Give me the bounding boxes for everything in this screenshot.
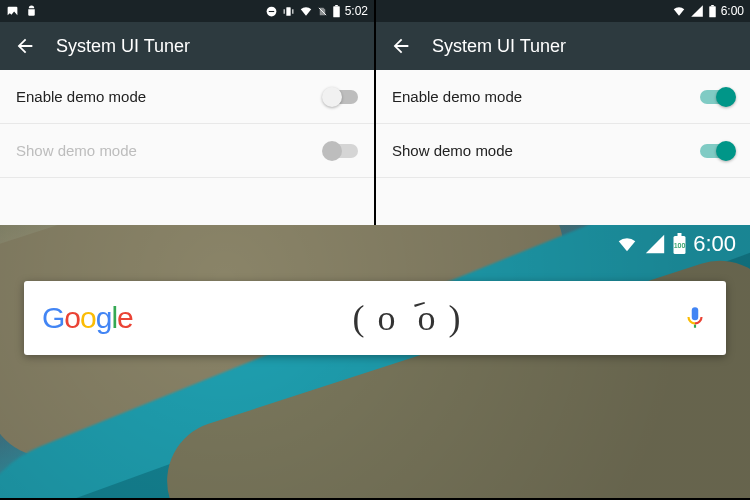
svg-rect-3 (333, 6, 340, 17)
toggle-switch (324, 144, 358, 158)
svg-rect-6 (711, 5, 714, 6)
row-label: Enable demo mode (16, 88, 146, 105)
vibrate-icon (282, 5, 295, 18)
right-settings-panel: 6:00 System UI Tuner Enable demo mode Sh… (376, 0, 750, 225)
svg-text:100: 100 (674, 242, 686, 249)
left-settings-panel: 5:02 System UI Tuner Enable demo mode Sh… (0, 0, 376, 225)
toggle-switch[interactable] (700, 144, 734, 158)
signal-icon (644, 233, 666, 255)
battery-icon (332, 5, 341, 18)
status-bar: 6:00 (376, 0, 750, 22)
settings-list: Enable demo mode Show demo mode (376, 70, 750, 225)
clock: 6:00 (693, 231, 736, 257)
status-bar: 5:02 (0, 0, 374, 22)
wallpaper (0, 225, 750, 498)
app-title: System UI Tuner (56, 36, 190, 57)
clock: 5:02 (345, 4, 368, 18)
dnd-icon (265, 5, 278, 18)
toggle-switch[interactable] (700, 90, 734, 104)
row-label: Show demo mode (392, 142, 513, 159)
image-icon (6, 5, 19, 18)
wifi-icon (672, 4, 686, 18)
search-bar[interactable]: Google ( o ݇ o ) (24, 281, 726, 355)
show-demo-mode-row: Show demo mode (0, 124, 374, 178)
clock: 6:00 (721, 4, 744, 18)
mic-icon[interactable] (682, 301, 708, 335)
row-label: Enable demo mode (392, 88, 522, 105)
wifi-icon (299, 4, 313, 18)
row-label: Show demo mode (16, 142, 137, 159)
svg-rect-2 (286, 7, 290, 16)
battery-icon: 100 (672, 233, 687, 255)
svg-rect-5 (709, 6, 716, 17)
app-bar: System UI Tuner (376, 22, 750, 70)
android-icon (25, 5, 38, 18)
app-title: System UI Tuner (432, 36, 566, 57)
app-bar: System UI Tuner (0, 22, 374, 70)
show-demo-mode-row[interactable]: Show demo mode (376, 124, 750, 178)
search-content: ( o ݇ o ) (133, 297, 682, 339)
enable-demo-mode-row[interactable]: Enable demo mode (0, 70, 374, 124)
home-status-bar: 100 6:00 (616, 231, 736, 257)
google-logo: Google (42, 301, 133, 335)
settings-list: Enable demo mode Show demo mode (0, 70, 374, 225)
svg-rect-1 (268, 10, 273, 11)
no-sim-icon (317, 5, 328, 18)
signal-icon (690, 4, 704, 18)
svg-rect-8 (678, 233, 682, 236)
battery-icon (708, 5, 717, 18)
back-icon[interactable] (390, 35, 412, 57)
enable-demo-mode-row[interactable]: Enable demo mode (376, 70, 750, 124)
svg-rect-4 (335, 5, 338, 6)
wifi-icon (616, 233, 638, 255)
back-icon[interactable] (14, 35, 36, 57)
toggle-switch[interactable] (324, 90, 358, 104)
home-screen: 100 6:00 Google ( o ݇ o ) (0, 225, 750, 498)
